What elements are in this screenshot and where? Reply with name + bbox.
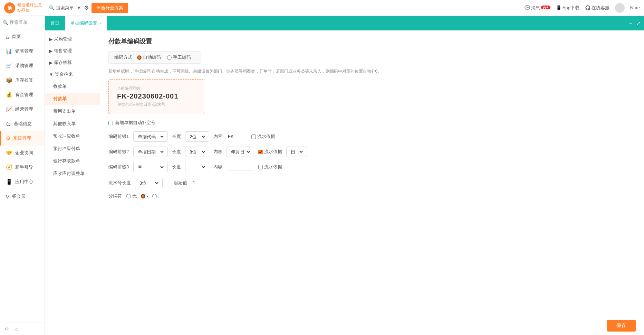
sidebar-item-home[interactable]: ⌂ 首页	[0, 29, 45, 44]
purchase-icon: 🛒	[6, 63, 12, 69]
inventory-icon: 📦	[6, 77, 12, 83]
sub-group-capital[interactable]: ▼ 资金往来	[45, 68, 100, 80]
manual-radio-option[interactable]: 手工编码	[167, 54, 191, 61]
sidebar: 🔍 搜索菜单 ⌂ 首页 📊 销售管理 🛒 采购管理 📦 库存核算 💰 资金管理 …	[0, 16, 45, 335]
sidebar-item-purchase[interactable]: 🛒 采购管理	[0, 58, 45, 73]
prefix2-content-select-input[interactable]: 年月日	[230, 149, 251, 155]
separator-label: 分隔符	[108, 193, 122, 199]
prefix2-stream-checkbox[interactable]	[258, 150, 263, 154]
app-download-button[interactable]: 📱 App下载	[556, 5, 579, 11]
sub-item-bank[interactable]: 银行存取款单	[45, 155, 100, 167]
online-service-button[interactable]: 🎧 在线客服	[585, 5, 609, 11]
search-menu[interactable]: 🔍 搜索菜单	[49, 5, 74, 11]
sub-item-payment[interactable]: 付款单	[45, 93, 100, 105]
settings-icon[interactable]: ⚙	[5, 326, 9, 332]
prefix3-select[interactable]: 空	[133, 162, 168, 172]
prefix2-len-select[interactable]: 8位	[185, 147, 209, 157]
tab-expand-icon[interactable]: ⤢	[636, 20, 641, 27]
sidebar-item-apps[interactable]: 📱 应用中心	[0, 175, 45, 189]
layout: 🔍 搜索菜单 ⌂ 首页 📊 销售管理 🛒 采购管理 📦 库存核算 💰 资金管理 …	[0, 16, 644, 335]
tab-close-icon[interactable]: ×	[99, 21, 102, 25]
dropdown-icon[interactable]: ▼	[77, 5, 81, 10]
prefix1-row: 编码前缀1 单据代码 长度 2位	[108, 131, 636, 142]
sidebar-item-system[interactable]: ⚙ 系统管理	[0, 131, 45, 146]
stream-len-select[interactable]: 3位	[135, 178, 163, 188]
prefix1-select[interactable]: 单据代码	[133, 131, 168, 142]
prefix3-len-select-input[interactable]	[188, 164, 206, 170]
sub-group-sales[interactable]: ▶ 销售管理	[45, 45, 100, 57]
sep-dot-option[interactable]: .	[152, 194, 160, 199]
prefix1-label: 编码前缀1	[108, 133, 129, 140]
sep-none-option[interactable]: 无	[126, 193, 137, 199]
prefix3-content-input[interactable]	[227, 164, 254, 170]
chevron-right-icon: ▶	[49, 37, 52, 42]
sep-dash-radio[interactable]	[141, 194, 145, 198]
save-button[interactable]: 保存	[607, 320, 636, 332]
tabbar-actions: － ⤢	[628, 20, 644, 27]
prefix3-stream-check[interactable]: 流水依据	[258, 164, 282, 170]
prefix3-content-label: 内容	[213, 164, 222, 170]
prefix2-period-select[interactable]: 日	[286, 147, 307, 157]
prefix1-stream-checkbox[interactable]	[251, 134, 256, 139]
sub-item-adjustment[interactable]: 应收应付调整单	[45, 167, 100, 180]
stream-row: 流水号长度 3位 起始值	[108, 178, 636, 188]
sub-item-receipts[interactable]: 收款单	[45, 80, 100, 93]
info-text: 新增单据时，'单据编码'自动生成，不可编辑。前缀设置为部门、业务员等档案类，开单…	[108, 68, 636, 74]
sep-none-radio[interactable]	[126, 194, 131, 198]
main-area: 首页 单据编码设置 × － ⤢ ▶ 采购管理 ▶ 销售管理	[45, 16, 644, 335]
sidebar-item-guide[interactable]: 🧭 新手引导	[0, 160, 45, 175]
prefix2-period-select-input[interactable]: 日	[289, 149, 304, 155]
message-badge: 99+	[541, 6, 550, 9]
sub-group-inventory[interactable]: ▶ 库存核算	[45, 57, 100, 68]
sidebar-item-basics[interactable]: 🗂 基础信息	[0, 117, 45, 131]
prefix2-select[interactable]: 单据日期	[133, 147, 168, 157]
prefix1-stream-check[interactable]: 流水依据	[251, 133, 275, 140]
encoding-mode-group: 编码方式 自动编码 手工编码	[108, 51, 201, 64]
prefix3-len-select[interactable]	[185, 162, 209, 172]
sub-item-other-income[interactable]: 其他收入单	[45, 118, 100, 130]
prefix1-len-select[interactable]: 2位	[185, 131, 209, 142]
sidebar-item-sales[interactable]: 📊 销售管理	[0, 44, 45, 58]
sep-dash-option[interactable]: -	[141, 194, 148, 199]
cta-button[interactable]: 体验行业方案	[92, 3, 128, 13]
sidebar-item-finance[interactable]: 💰 资金管理	[0, 87, 45, 102]
tab-home[interactable]: 首页	[45, 16, 65, 30]
prefix1-len-select-input[interactable]: 2位	[188, 134, 206, 140]
gear-icon[interactable]: ⚙	[84, 4, 89, 11]
prefix3-stream-checkbox[interactable]	[258, 165, 263, 169]
sub-item-expense[interactable]: 费用支出单	[45, 105, 100, 118]
sidebar-item-operations[interactable]: 📈 经营管理	[0, 102, 45, 117]
prefix2-content-select[interactable]: 年月日	[227, 147, 254, 157]
sub-group-purchase[interactable]: ▶ 采购管理	[45, 33, 100, 45]
sub-item-advance-offset[interactable]: 预付冲应付单	[45, 142, 100, 155]
auto-radio[interactable]	[137, 55, 142, 60]
start-val-input[interactable]	[191, 179, 212, 186]
prefix1-content-input[interactable]	[227, 133, 247, 140]
message-button[interactable]: 💬 消息 99+	[525, 5, 550, 11]
auto-radio-option[interactable]: 自动编码	[137, 54, 161, 61]
prefix2-select-input[interactable]: 单据日期	[136, 149, 165, 155]
manual-radio[interactable]	[167, 55, 172, 60]
sidebar-search[interactable]: 🔍 搜索菜单	[0, 16, 45, 29]
auto-fill-checkbox[interactable]	[108, 121, 113, 125]
sidebar-item-enterprise[interactable]: 🤝 企业协同	[0, 146, 45, 160]
message-icon: 💬	[525, 5, 530, 10]
sep-dot-radio[interactable]	[152, 194, 157, 198]
logo: 畅 畅通道好生意 结品版	[4, 2, 49, 13]
page-title: 付款单编码设置	[108, 37, 636, 46]
sidebar-item-inventory[interactable]: 📦 库存核算	[0, 73, 45, 87]
prefix2-content-label: 内容	[213, 149, 222, 155]
collapse-icon[interactable]: ◁	[15, 326, 18, 332]
avatar[interactable]	[615, 3, 625, 13]
tab-encoding[interactable]: 单据编码设置 ×	[65, 16, 107, 30]
prefix3-select-input[interactable]: 空	[136, 164, 165, 170]
stream-len-select-input[interactable]: 3位	[138, 180, 160, 186]
tab-minimize-icon[interactable]: －	[628, 20, 633, 27]
prefix2-len-select-input[interactable]: 8位	[188, 149, 206, 155]
sidebar-item-vip[interactable]: V 畅会员	[0, 189, 45, 204]
prefix2-stream-check[interactable]: 流水依据	[258, 149, 282, 155]
apps-icon: 📱	[6, 179, 12, 185]
prefix2-row: 编码前缀2 单据日期 长度 8位	[108, 147, 636, 157]
sub-item-prepay-offset[interactable]: 预收冲应收单	[45, 130, 100, 142]
prefix1-select-input[interactable]: 单据代码	[136, 134, 165, 140]
